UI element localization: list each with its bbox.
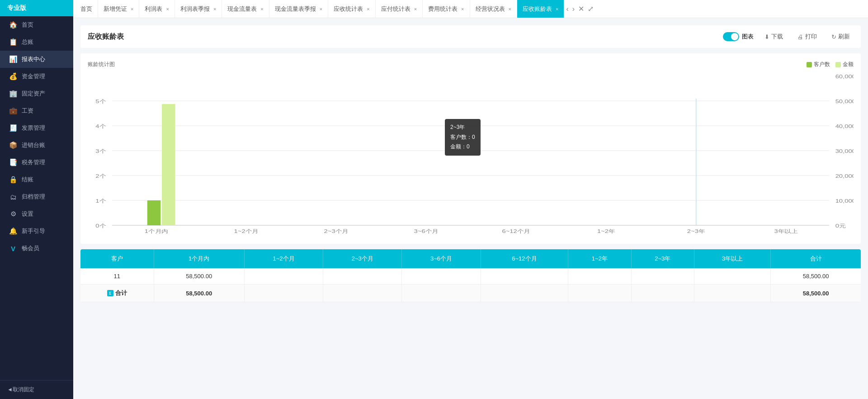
sidebar-label-inventory: 进销台账 xyxy=(22,141,45,149)
refresh-label: 刷新 xyxy=(838,33,850,41)
svg-text:2个: 2个 xyxy=(95,173,106,179)
sidebar-item-settings[interactable]: ⚙ 设置 xyxy=(0,205,73,223)
tab-profit-close[interactable]: × xyxy=(166,6,169,12)
sidebar-label-invoice: 发票管理 xyxy=(22,124,45,132)
tab-cashflow-label: 现金流量表 xyxy=(227,5,257,13)
tab-expand-button[interactable]: ⤢ xyxy=(586,5,595,13)
svg-text:60,000.00元: 60,000.00元 xyxy=(835,74,854,80)
reports-icon: 📊 xyxy=(9,55,17,63)
home-icon: 🏠 xyxy=(9,21,17,29)
sidebar-item-guide[interactable]: 🔔 新手引导 xyxy=(0,223,73,240)
tab-bar: 首页 新增凭证 × 利润表 × 利润表季报 × 现金流量表 × 现金流量表季报 … xyxy=(73,0,868,18)
tab-receivable-close[interactable]: × xyxy=(367,6,369,12)
tab-profit-quarterly-label: 利润表季报 xyxy=(180,5,210,13)
cell-month12 xyxy=(244,268,323,285)
sidebar-item-tax[interactable]: 📑 税务管理 xyxy=(0,154,73,171)
sidebar-item-assets[interactable]: 🏢 固定资产 xyxy=(0,85,73,102)
tab-aging[interactable]: 应收账龄表 × xyxy=(517,0,564,18)
sidebar-item-ledger[interactable]: 📋 总账 xyxy=(0,33,73,51)
tab-payable-close[interactable]: × xyxy=(414,6,417,12)
chart-svg: 0个 1个 2个 3个 4个 5个 0元 10,000.00元 20,000.0… xyxy=(88,74,854,237)
tax-icon: 📑 xyxy=(9,158,17,166)
bar-amount-1 xyxy=(162,104,175,225)
tab-payable[interactable]: 应付统计表 × xyxy=(376,0,423,18)
tab-voucher[interactable]: 新增凭证 × xyxy=(98,0,139,18)
toggle-track[interactable] xyxy=(723,32,739,41)
total-month12 xyxy=(244,285,323,302)
cell-month612 xyxy=(481,268,568,285)
svg-text:1个: 1个 xyxy=(95,198,106,204)
sidebar-item-invoice[interactable]: 🧾 发票管理 xyxy=(0,119,73,137)
sidebar-item-home[interactable]: 🏠 首页 xyxy=(0,16,73,33)
sidebar-label-tax: 税务管理 xyxy=(22,158,45,166)
tab-next-button[interactable]: › xyxy=(571,5,576,13)
tab-operations-close[interactable]: × xyxy=(509,6,511,12)
tab-cashflow[interactable]: 现金流量表 × xyxy=(222,0,269,18)
tab-close-all-button[interactable]: ✕ xyxy=(576,5,586,13)
col-month23: 2~3个月 xyxy=(323,249,402,268)
tab-aging-label: 应收账龄表 xyxy=(523,5,552,13)
total-total: 58,500.00 xyxy=(771,285,861,302)
tab-aging-close[interactable]: × xyxy=(556,6,558,12)
svg-text:2~3个月: 2~3个月 xyxy=(324,228,349,234)
tab-home[interactable]: 首页 xyxy=(75,0,98,18)
page-header: 应收账龄表 图表 ⬇ 下载 🖨 打印 ↻ 刷新 xyxy=(80,25,861,48)
sidebar-label-settings: 设置 xyxy=(22,210,33,218)
tab-receivable-label: 应收统计表 xyxy=(334,5,363,13)
sidebar-item-reports[interactable]: 📊 报表中心 xyxy=(0,51,73,68)
settings-icon: ⚙ xyxy=(9,210,17,218)
legend-amount-dot xyxy=(835,62,841,67)
sidebar-label-home: 首页 xyxy=(22,21,33,29)
total-year3plus xyxy=(694,285,770,302)
total-icon: Σ xyxy=(107,290,113,296)
sidebar-item-inventory[interactable]: 📦 进销台账 xyxy=(0,137,73,154)
tab-payable-label: 应付统计表 xyxy=(381,5,410,13)
tab-profit-quarterly[interactable]: 利润表季报 × xyxy=(175,0,222,18)
sidebar-label-member: 畅会员 xyxy=(22,244,39,252)
total-year12 xyxy=(568,285,631,302)
chart-toggle[interactable]: 图表 xyxy=(723,32,754,41)
tab-operations[interactable]: 经营状况表 × xyxy=(470,0,517,18)
tab-prev-button[interactable]: ‹ xyxy=(564,5,570,13)
inventory-icon: 📦 xyxy=(9,141,17,149)
legend-amount-label: 金额 xyxy=(843,61,854,68)
cell-total: 58,500.00 xyxy=(771,268,861,285)
sidebar-item-closing[interactable]: 🔒 结账 xyxy=(0,171,73,188)
chart-legend: 客户数 金额 xyxy=(807,61,854,68)
tab-cashflow-quarterly-close[interactable]: × xyxy=(320,6,322,12)
tab-profit[interactable]: 利润表 × xyxy=(139,0,175,18)
print-button[interactable]: 🖨 打印 xyxy=(794,31,821,43)
svg-text:5个: 5个 xyxy=(95,99,106,104)
download-icon: ⬇ xyxy=(764,33,769,40)
sidebar-label-ledger: 总账 xyxy=(22,38,33,46)
col-year23: 2~3年 xyxy=(631,249,694,268)
cell-year23 xyxy=(631,268,694,285)
tab-expense-close[interactable]: × xyxy=(461,6,464,12)
tab-voucher-close[interactable]: × xyxy=(131,6,133,12)
tab-cashflow-close[interactable]: × xyxy=(260,6,263,12)
refresh-icon: ↻ xyxy=(831,33,836,40)
main-area: 首页 新增凭证 × 利润表 × 利润表季报 × 现金流量表 × 现金流量表季报 … xyxy=(73,0,868,399)
member-icon: V xyxy=(9,245,17,252)
sidebar-item-funds[interactable]: 💰 资金管理 xyxy=(0,68,73,85)
sidebar-item-archive[interactable]: 🗂 归档管理 xyxy=(0,188,73,205)
tab-receivable[interactable]: 应收统计表 × xyxy=(328,0,375,18)
svg-text:30,000.00元: 30,000.00元 xyxy=(835,148,854,154)
tab-profit-quarterly-close[interactable]: × xyxy=(213,6,216,12)
refresh-button[interactable]: ↻ 刷新 xyxy=(828,31,854,43)
tab-expense[interactable]: 费用统计表 × xyxy=(423,0,470,18)
download-button[interactable]: ⬇ 下载 xyxy=(761,31,787,43)
invoice-icon: 🧾 xyxy=(9,124,17,132)
svg-text:1~2个月: 1~2个月 xyxy=(234,228,259,234)
sidebar-item-salary[interactable]: 💼 工资 xyxy=(0,102,73,119)
sidebar-item-member[interactable]: V 畅会员 xyxy=(0,240,73,257)
sidebar-label-closing: 结账 xyxy=(22,176,33,184)
unpin-button[interactable]: ◄取消固定 xyxy=(0,380,73,399)
svg-text:3个: 3个 xyxy=(95,148,106,154)
tab-cashflow-quarterly[interactable]: 现金流量表季报 × xyxy=(269,0,328,18)
closing-icon: 🔒 xyxy=(9,176,17,184)
svg-text:20,000.00元: 20,000.00元 xyxy=(835,173,854,179)
svg-text:50,000.00元: 50,000.00元 xyxy=(835,99,854,104)
sidebar-label-reports: 报表中心 xyxy=(22,55,45,63)
data-table: 客户 1个月内 1~2个月 2~3个月 3~6个月 6~12个月 1~2年 2~… xyxy=(80,249,861,302)
